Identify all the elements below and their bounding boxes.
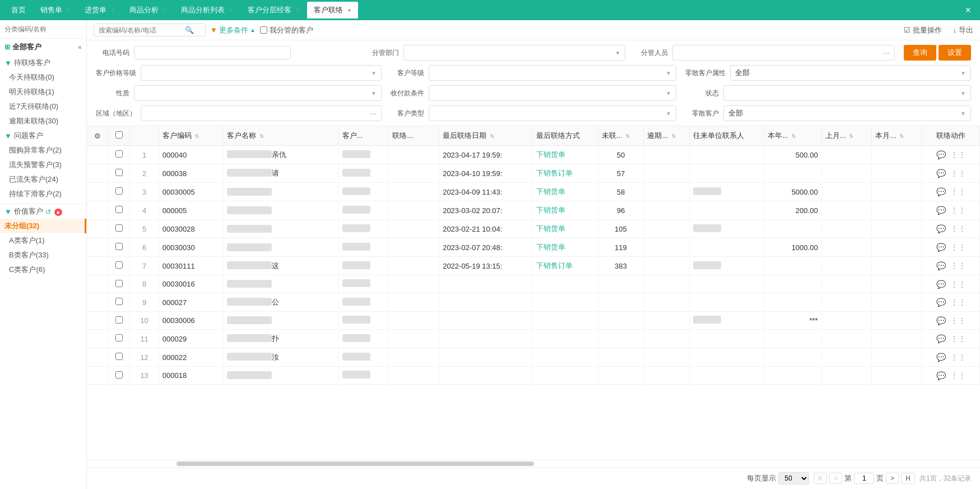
overdue-column-header[interactable]: 逾期... ⇅	[644, 126, 689, 146]
row-checkbox[interactable]	[108, 164, 129, 183]
lastmonth-column-header[interactable]: 上月... ⇅	[821, 126, 872, 146]
sidebar-item-abnormal[interactable]: 囤购异常客户(2)	[0, 143, 86, 158]
row-checkbox[interactable]	[108, 312, 129, 330]
row-checkbox[interactable]	[108, 220, 129, 238]
region-dots-icon[interactable]: ···	[370, 109, 377, 118]
row-checkbox[interactable]	[108, 275, 129, 293]
more-icon[interactable]: ⋮⋮	[950, 353, 966, 362]
chat-icon[interactable]: 💬	[936, 206, 946, 215]
close-contact-tab[interactable]: ×	[347, 7, 351, 13]
sidebar-item-overdue-pending[interactable]: 逾期未联络(30)	[0, 114, 86, 128]
last-page-button[interactable]: H	[901, 473, 915, 484]
sidebar-item-declining[interactable]: 持续下滑客户(2)	[0, 187, 86, 201]
chat-icon[interactable]: 💬	[936, 298, 946, 307]
more-icon[interactable]: ⋮⋮	[950, 316, 966, 325]
level-select[interactable]: ▼	[429, 65, 676, 81]
more-icon[interactable]: ⋮⋮	[950, 334, 966, 343]
sidebar-item-churn-warning[interactable]: 流失预警客户(3)	[0, 158, 86, 172]
row-checkbox[interactable]	[108, 238, 129, 257]
row-checkbox[interactable]	[108, 330, 129, 348]
next-page-button[interactable]: >	[886, 473, 899, 484]
more-icon[interactable]: ⋮⋮	[950, 371, 966, 380]
sidebar-search-input[interactable]	[4, 25, 87, 33]
thisyear-column-header[interactable]: 本年... ⇅	[764, 126, 821, 146]
person-select[interactable]: ···	[672, 45, 895, 61]
all-customers-header[interactable]: ⊞ 全部客户 «	[0, 39, 86, 56]
sidebar-item-ungroup[interactable]: 未分组(32)	[0, 219, 86, 233]
row-checkbox[interactable]	[108, 367, 129, 385]
chat-icon[interactable]: 💬	[936, 224, 946, 233]
page-size-selector[interactable]: 每页显示 50 100 200	[747, 472, 809, 485]
close-segmentation-tab[interactable]: ×	[296, 7, 299, 13]
sidebar-item-tomorrow-pending[interactable]: 明天待联络(1)	[0, 85, 86, 99]
chat-icon[interactable]: 💬	[936, 243, 946, 252]
gender-select[interactable]: ▼	[134, 85, 382, 101]
price-level-select[interactable]: ▼	[141, 65, 382, 81]
payment-select[interactable]: ▼	[429, 85, 676, 101]
more-icon[interactable]: ⋮⋮	[950, 169, 966, 178]
sidebar-item-7day-pending[interactable]: 近7天待联络(0)	[0, 99, 86, 114]
first-page-button[interactable]: K	[814, 473, 827, 484]
pending-group-header[interactable]: ▼ 待联络客户	[0, 56, 86, 70]
row-checkbox[interactable]	[108, 257, 129, 275]
problem-group-header[interactable]: ▼ 问题客户	[0, 128, 86, 143]
sidebar-item-class-a[interactable]: A类客户(1)	[0, 233, 86, 248]
chat-icon[interactable]: 💬	[936, 353, 946, 362]
home-tab[interactable]: 首页	[4, 5, 32, 15]
uncontact-column-header[interactable]: 未联... ⇅	[598, 126, 643, 146]
dept-select[interactable]: ▼	[403, 45, 626, 61]
sidebar-search-box[interactable]: 🔍	[0, 20, 86, 39]
more-icon[interactable]: ⋮⋮	[950, 298, 966, 307]
tab-product-analysis[interactable]: 商品分析 ×	[123, 2, 173, 19]
select-all-checkbox[interactable]	[115, 131, 123, 139]
phone-input[interactable]	[134, 46, 291, 59]
tab-sales-order[interactable]: 销售单 ×	[34, 2, 77, 19]
page-size-select[interactable]: 50 100 200	[778, 472, 809, 485]
tab-customer-segmentation[interactable]: 客户分层经客 ×	[241, 2, 306, 19]
sidebar-item-churned[interactable]: 已流失客户(24)	[0, 172, 86, 187]
cust-type-select[interactable]: ▼	[429, 105, 676, 121]
thismonth-column-header[interactable]: 本月... ⇅	[872, 126, 922, 146]
my-customers-check-input[interactable]	[260, 26, 267, 34]
status-select[interactable]: ▼	[723, 85, 971, 101]
chat-icon[interactable]: 💬	[936, 169, 946, 178]
retail-attr-select[interactable]: 全部 ▼	[730, 65, 971, 81]
batch-operations-button[interactable]: ☑ 批量操作	[904, 25, 942, 35]
sidebar-item-class-b[interactable]: B类客户(33)	[0, 248, 86, 262]
tab-customer-contact[interactable]: 客户联络 ×	[307, 2, 357, 19]
sidebar-item-today-pending[interactable]: 今天待联络(0)	[0, 70, 86, 85]
region-select[interactable]: ···	[141, 105, 382, 121]
main-search-icon[interactable]: 🔍	[185, 26, 194, 34]
chat-icon[interactable]: 💬	[936, 334, 946, 343]
row-checkbox[interactable]	[108, 293, 129, 312]
person-dots-icon[interactable]: ···	[883, 48, 890, 57]
row-checkbox[interactable]	[108, 183, 129, 201]
export-button[interactable]: ↓ 导出	[953, 25, 974, 35]
prev-page-button[interactable]: <	[829, 473, 842, 484]
chat-icon[interactable]: 💬	[936, 187, 946, 196]
more-conditions-toggle[interactable]: ▼ 更多条件 ▲	[210, 25, 256, 35]
row-checkbox[interactable]	[108, 348, 129, 367]
more-icon[interactable]: ⋮⋮	[950, 243, 966, 252]
name-column-header[interactable]: 客户名称 ⇅	[224, 126, 338, 146]
more-icon[interactable]: ⋮⋮	[950, 224, 966, 233]
more-icon[interactable]: ⋮⋮	[950, 280, 966, 289]
more-icon[interactable]: ⋮⋮	[950, 187, 966, 196]
close-product-list-tab[interactable]: ×	[229, 7, 233, 13]
horizontal-scrollbar[interactable]	[177, 462, 534, 466]
value-group-header[interactable]: ▼ 价值客户 ↺ ●	[0, 204, 86, 219]
code-column-header[interactable]: 客户编码 ⇅	[159, 126, 223, 146]
main-search-box[interactable]: 🔍	[94, 24, 206, 36]
tab-purchase-order[interactable]: 进货单 ×	[78, 2, 121, 19]
retail-cust-select[interactable]: 全部 ▼	[723, 105, 971, 121]
window-close-button[interactable]: ×	[960, 4, 976, 16]
close-sales-tab[interactable]: ×	[67, 7, 70, 13]
chat-icon[interactable]: 💬	[936, 280, 946, 289]
more-icon[interactable]: ⋮⋮	[950, 150, 966, 159]
chat-icon[interactable]: 💬	[936, 371, 946, 380]
main-search-input[interactable]	[99, 26, 183, 34]
more-icon[interactable]: ⋮⋮	[950, 206, 966, 215]
query-button[interactable]: 查询	[904, 45, 936, 61]
tab-product-analysis-list[interactable]: 商品分析列表 ×	[174, 2, 239, 19]
chat-icon[interactable]: 💬	[936, 261, 946, 270]
